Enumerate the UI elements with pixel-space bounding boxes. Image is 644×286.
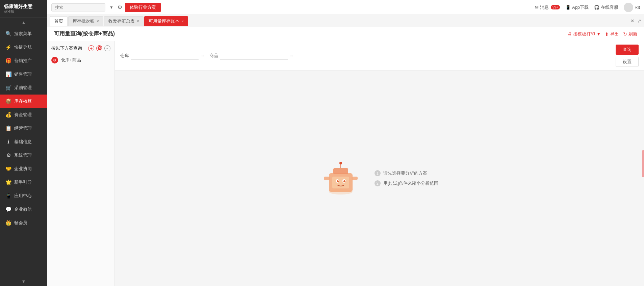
export-btn[interactable]: ⬆ 导出 (605, 31, 619, 37)
warehouse-field: 仓库 ··· (120, 52, 204, 60)
sidebar-label-new-guide: 新手引导 (14, 179, 32, 185)
tip-num-2: 2 (375, 180, 381, 186)
sidebar-label-finance: 资金管理 (14, 112, 32, 118)
tab-home[interactable]: 首页 (50, 16, 68, 26)
app-download-icon: 📱 (565, 5, 571, 10)
topbar-message[interactable]: ✉ 消息 99+ (535, 4, 560, 10)
sidebar-icon-member: 👑 (5, 220, 11, 226)
tab-close-batch-ledger[interactable]: × (97, 19, 99, 24)
topbar-industry-btn[interactable]: 体验行业方案 (125, 3, 161, 12)
scheme-add-btn[interactable]: + (88, 45, 94, 51)
sidebar-item-sales-mgmt[interactable]: 📊 销售管理 (0, 68, 47, 81)
sidebar-item-enterprise-coop[interactable]: 🤝 企业协同 (0, 162, 47, 176)
online-service-label: 在线客服 (601, 4, 618, 10)
sidebar: 畅康通好生意 标准版 ▲ 🔍 搜索菜单 ⚡ 快捷导航 🎁 营销推广 📊 销售管理… (0, 0, 47, 286)
tab-label-receipt-summary: 收发存汇总表 (108, 18, 135, 24)
print-btn[interactable]: 🖨 按模板打印 ▼ (567, 31, 601, 37)
warehouse-more-btn[interactable]: ··· (201, 53, 204, 58)
sidebar-item-marketing-promo[interactable]: 🎁 营销推广 (0, 54, 47, 68)
sidebar-item-new-guide[interactable]: 🌟 新手引导 (0, 176, 47, 189)
topbar-app-download[interactable]: 📱 App下载 (565, 4, 589, 10)
sidebar-label-inventory: 库存核算 (14, 98, 32, 104)
sidebar-scroll-down[interactable]: ▼ (0, 277, 47, 286)
topbar-dropdown-btn[interactable]: ▼ (108, 5, 115, 10)
sidebar-item-member[interactable]: 👑 畅会员 (0, 216, 47, 230)
svg-rect-11 (352, 177, 358, 180)
sidebar-icon-finance: 💰 (5, 112, 11, 118)
page-actions: 🖨 按模板打印 ▼ ⬆ 导出 ↻ 刷新 (567, 31, 637, 37)
query-settings-btn[interactable]: 设置 (616, 57, 639, 67)
sidebar-icon-marketing-promo: 🎁 (5, 58, 11, 64)
sidebar-item-enterprise-wx[interactable]: 💬 企业微信 (0, 203, 47, 216)
product-more-btn[interactable]: ··· (290, 53, 293, 58)
product-input[interactable] (220, 52, 288, 60)
warehouse-label: 仓库 (120, 53, 129, 59)
print-icon: 🖨 (567, 31, 572, 37)
tip-num-1: 1 (375, 170, 381, 176)
sidebar-icon-new-guide: 🌟 (5, 179, 11, 185)
sidebar-label-purchase-mgmt: 采购管理 (14, 85, 32, 91)
sidebar-label-marketing-promo: 营销推广 (14, 58, 32, 64)
query-btn[interactable]: 查询 (616, 45, 639, 55)
sidebar-icon-app-center: 📱 (5, 193, 11, 199)
svg-rect-2 (332, 177, 349, 188)
scheme-header: 按以下方案查询 + ⚙ « (47, 45, 114, 54)
scheme-collapse-btn[interactable]: « (104, 45, 110, 51)
online-service-icon: 🎧 (594, 5, 599, 10)
sidebar-item-purchase-mgmt[interactable]: 🛒 采购管理 (0, 81, 47, 95)
scheme-settings-btn[interactable]: ⚙ (96, 45, 102, 51)
empty-tips: 1 请先选择要分析的方案 2 用[过滤]条件来缩小分析范围 (375, 170, 438, 186)
topbar-user[interactable]: Rit (624, 3, 640, 12)
topbar-search-input[interactable] (51, 3, 105, 11)
main-area: ▼ ⚙ 体验行业方案 ✉ 消息 99+ 📱 App下载 🎧 在线客服 Rit (47, 0, 644, 286)
scheme-item-label: 仓库+商品 (61, 57, 81, 63)
tabs-close-all-btn[interactable]: ✕ (630, 18, 635, 24)
warehouse-input[interactable] (131, 52, 199, 60)
sidebar-item-inventory[interactable]: 📦 库存核算 (0, 95, 47, 108)
tab-label-home: 首页 (54, 18, 63, 24)
tab-available-ledger[interactable]: 可用量库存账本× (144, 16, 188, 26)
scheme-item-warehouse-product[interactable]: ⚙ 仓库+商品 (47, 54, 114, 66)
tab-receipt-summary[interactable]: 收发存汇总表× (104, 16, 144, 26)
sidebar-icon-sales-mgmt: 📊 (5, 71, 11, 77)
sidebar-icon-operations: 📋 (5, 125, 11, 131)
sidebar-item-finance[interactable]: 💰 资金管理 (0, 108, 47, 122)
topbar-right: ✉ 消息 99+ 📱 App下载 🎧 在线客服 Rit (535, 3, 640, 12)
empty-illustration (320, 158, 361, 199)
sidebar-item-basic-info[interactable]: ℹ 基础信息 (0, 135, 47, 149)
tab-close-available-ledger[interactable]: × (181, 19, 184, 24)
topbar-online-service[interactable]: 🎧 在线客服 (594, 4, 618, 10)
tab-batch-ledger[interactable]: 库存批次账× (68, 16, 103, 26)
tab-close-receipt-summary[interactable]: × (137, 19, 139, 24)
sidebar-item-shortcut[interactable]: ⚡ 快捷导航 (0, 41, 47, 54)
sidebar-scroll-up[interactable]: ▲ (0, 18, 47, 27)
page-title: 可用量查询(按仓库+商品) (54, 30, 115, 37)
svg-rect-10 (324, 177, 330, 180)
refresh-btn[interactable]: ↻ 刷新 (623, 31, 637, 37)
tabs-expand-btn[interactable]: ⤢ (637, 18, 641, 24)
tabs-right-actions: ✕ ⤢ (630, 18, 641, 24)
query-actions: 查询 设置 (616, 45, 639, 67)
sidebar-label-search: 搜索菜单 (14, 31, 32, 37)
sidebar-item-app-center[interactable]: 📱 应用中心 (0, 189, 47, 203)
right-panel: 仓库 ··· 商品 ··· 查询 设置 (115, 41, 644, 286)
sidebar-item-search[interactable]: 🔍 搜索菜单 (0, 27, 47, 41)
empty-state: 1 请先选择要分析的方案 2 用[过滤]条件来缩小分析范围 (115, 71, 644, 286)
query-bar: 仓库 ··· 商品 ··· 查询 设置 (115, 41, 644, 71)
topbar-gear-btn[interactable]: ⚙ (118, 4, 122, 10)
svg-point-9 (339, 162, 342, 164)
svg-rect-7 (333, 168, 348, 174)
sidebar-item-system-mgmt[interactable]: ⚙ 系统管理 (0, 149, 47, 162)
empty-tip-2: 2 用[过滤]条件来缩小分析范围 (375, 180, 438, 186)
scroll-indicator[interactable] (642, 150, 644, 177)
app-download-label: App下载 (572, 4, 589, 10)
sidebar-icon-basic-info: ℹ (5, 139, 11, 145)
sidebar-item-operations[interactable]: 📋 经营管理 (0, 122, 47, 135)
svg-point-5 (337, 180, 339, 182)
export-label: 导出 (610, 31, 619, 37)
sidebar-icon-enterprise-coop: 🤝 (5, 166, 11, 172)
scheme-panel: 按以下方案查询 + ⚙ « ⚙ 仓库+商品 (47, 41, 115, 286)
tip-text-2: 用[过滤]条件来缩小分析范围 (383, 180, 438, 186)
tab-label-batch-ledger: 库存批次账 (73, 18, 95, 24)
sidebar-label-sales-mgmt: 销售管理 (14, 71, 32, 77)
